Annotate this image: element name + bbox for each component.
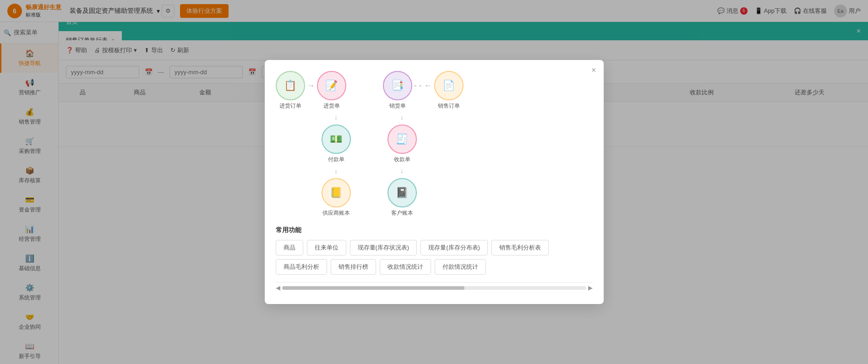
customer-ledger-icon: 📓 (388, 178, 417, 207)
arrow-right-1: → (307, 81, 315, 100)
flow-node-supplier-ledger: ↓ 📒 供应商账本 (322, 167, 351, 217)
sales-bill-label: 销货单 (389, 102, 406, 110)
overlay[interactable]: × 📋 进货订单 → 📝 进货单 (0, 0, 868, 364)
flow-node-sales-order: 📄 销售订单 (434, 71, 464, 110)
receipt-icon: 🧾 (388, 125, 417, 154)
func-button[interactable]: 往来单位 (307, 240, 346, 255)
flow-node-receipt: ↓ 🧾 收款单 (388, 114, 417, 163)
arrow-down-customer: ↓ (400, 167, 404, 174)
scroll-track[interactable] (282, 286, 586, 290)
sales-order-label: 销售订单 (438, 102, 460, 110)
customer-ledger-label: 客户账本 (391, 209, 413, 217)
scroll-left-icon[interactable]: ◀ (276, 284, 280, 291)
func-button[interactable]: 付款情况统计 (435, 259, 486, 275)
flow-chart: 📋 进货订单 → 📝 进货单 📑 销货单 - - ← (276, 71, 593, 217)
purchase-order-label: 进货订单 (279, 102, 301, 110)
flow-node-customer-ledger: ↓ 📓 客户账本 (388, 167, 417, 217)
flow-node-sales-bill: 📑 销货单 (383, 71, 412, 110)
sales-bill-icon: 📑 (383, 71, 412, 100)
func-button[interactable]: 销售排行榜 (331, 259, 376, 275)
supplier-ledger-icon: 📒 (322, 178, 351, 207)
scroll-right-icon[interactable]: ▶ (588, 284, 593, 291)
flow-node-purchase-bill: 📝 进货单 (317, 71, 346, 110)
common-functions-title: 常用功能 (276, 226, 593, 234)
modal-dialog: × 📋 进货订单 → 📝 进货单 (265, 60, 604, 304)
payment-icon: 💵 (322, 125, 351, 154)
func-button[interactable]: 商品 (276, 240, 303, 255)
purchase-bill-icon: 📝 (317, 71, 346, 100)
func-button[interactable]: 现存量(库存分布表) (420, 240, 488, 255)
supplier-ledger-label: 供应商账本 (322, 209, 350, 217)
modal-close-button[interactable]: × (591, 65, 596, 75)
func-button[interactable]: 销售毛利分析表 (491, 240, 549, 255)
arrow-down-receipt: ↓ (400, 114, 404, 121)
common-functions-section: 常用功能 商品往来单位现存量(库存状况表)现存量(库存分布表)销售毛利分析表商品… (276, 226, 593, 275)
arrow-down-supplier: ↓ (334, 167, 338, 174)
func-button[interactable]: 商品毛利分析 (276, 259, 327, 275)
receipt-label: 收款单 (394, 156, 410, 163)
scroll-area[interactable]: ◀ ▶ (276, 282, 593, 293)
payment-label: 付款单 (328, 156, 344, 163)
func-buttons-grid: 商品往来单位现存量(库存状况表)现存量(库存分布表)销售毛利分析表商品毛利分析销… (276, 240, 593, 275)
scroll-thumb[interactable] (282, 286, 464, 290)
flow-node-payment: ↓ 💵 付款单 (322, 114, 351, 163)
sales-order-icon: 📄 (434, 71, 464, 100)
flow-node-purchase-order: 📋 进货订单 (276, 71, 305, 110)
func-button[interactable]: 收款情况统计 (380, 259, 431, 275)
purchase-order-icon: 📋 (276, 71, 305, 100)
arrow-dashed-left: - - ← (414, 81, 432, 100)
func-button[interactable]: 现存量(库存状况表) (350, 240, 417, 255)
arrow-down-payment: ↓ (334, 114, 338, 121)
purchase-bill-label: 进货单 (323, 102, 340, 110)
